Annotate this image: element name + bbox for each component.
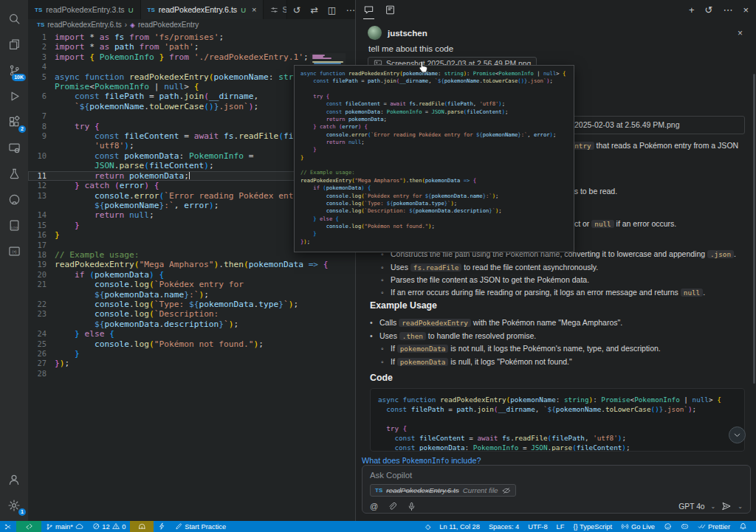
status-go-live[interactable]: Go Live: [616, 521, 659, 532]
status-text: Prettier: [708, 523, 730, 531]
chat-input-box[interactable]: Ask Copilot TS readPokedexEntry.6.ts Cur…: [362, 465, 751, 514]
status-prettier[interactable]: Prettier: [693, 521, 735, 532]
send-button[interactable]: [721, 501, 732, 511]
status-warn-badge[interactable]: [130, 521, 154, 532]
example-usage-heading: Example Usage: [370, 300, 749, 311]
explorer-icon[interactable]: [0, 32, 28, 58]
code-line[interactable]: 27});: [28, 359, 355, 368]
new-chat-button[interactable]: +: [689, 4, 695, 15]
inline-code: pokemonData: [397, 358, 449, 366]
code-line[interactable]: 2import * as path from 'path';: [28, 42, 355, 52]
status-indentation[interactable]: Spaces: 4: [484, 521, 523, 532]
copilot-icon: [681, 522, 689, 531]
open-changes-icon[interactable]: ⇄: [310, 4, 317, 15]
tab-readpokedexentry-6-ts[interactable]: TSreadPokedexEntry.6.tsU×: [141, 0, 264, 19]
code-line[interactable]: 24} else {: [28, 329, 355, 339]
symbol-method-icon: ◈: [130, 21, 135, 29]
code-line[interactable]: 19readPokedexEntry("Mega Ampharos").then…: [28, 260, 355, 269]
settings-icon[interactable]: 1: [0, 492, 28, 518]
source-control-icon[interactable]: 10K: [0, 58, 28, 83]
status-bolt[interactable]: [154, 521, 171, 532]
status-text: 12: [102, 523, 109, 531]
tab-readpokedexentry-3-ts[interactable]: TSreadPokedexEntry.3.tsU: [28, 0, 141, 19]
split-editor-icon[interactable]: ◫: [328, 4, 337, 15]
mention-button[interactable]: @: [370, 502, 378, 511]
testing-icon[interactable]: [0, 161, 28, 187]
line-number: 6: [28, 91, 55, 111]
pencil-icon: [175, 522, 183, 531]
inline-code: fs.readFile: [410, 263, 462, 272]
model-picker[interactable]: GPT 4o: [678, 502, 704, 511]
voice-input-button[interactable]: [407, 502, 416, 511]
line-number: 15: [28, 221, 55, 230]
status-text: Spaces: 4: [489, 523, 519, 531]
code-line[interactable]: 20if (pokemonData) {: [28, 270, 355, 280]
response-bullet-item: ◦Parses the file content as JSON to get …: [381, 274, 749, 286]
status-scissors[interactable]: [0, 521, 16, 532]
output-log-icon[interactable]: LOG: [0, 213, 28, 238]
breadcrumb-symbol[interactable]: readPokedexEntry: [138, 21, 199, 29]
bullet-marker: ◦: [381, 274, 385, 286]
settings-sliders-icon: [270, 6, 278, 14]
status-branch[interactable]: main*: [41, 521, 88, 532]
code-line[interactable]: 22console.log(`Type: ${pokemonData.type}…: [28, 300, 355, 309]
status-start-practice[interactable]: Start Practice: [171, 521, 230, 532]
chat-tab[interactable]: [363, 4, 374, 15]
line-number: 22: [28, 300, 55, 309]
tab-sett[interactable]: Sett: [264, 0, 286, 19]
status-sync-indicator[interactable]: ◇: [421, 521, 435, 532]
code-line[interactable]: 23console.log(`Description: ${pokemonDat…: [28, 309, 355, 329]
status-problems[interactable]: 120: [88, 521, 131, 532]
chat-history-button[interactable]: ↺: [705, 4, 713, 15]
breadcrumb-file[interactable]: readPokedexEntry.6.ts: [47, 21, 121, 29]
status-text: Start Practice: [185, 523, 226, 531]
line-number: 9: [28, 131, 55, 151]
edit-session-tab[interactable]: [385, 4, 396, 15]
code-line[interactable]: 25console.log("Pokémon not found.");: [28, 339, 355, 349]
code-line[interactable]: 21console.log(`Pokédex entry for ${pokem…: [28, 280, 355, 300]
history-icon[interactable]: ↺: [293, 4, 300, 15]
line-text: import * as path from 'path';: [55, 42, 333, 52]
run-debug-icon[interactable]: [0, 83, 28, 109]
inline-code: .json: [707, 250, 734, 258]
inline-code: .then: [399, 332, 426, 340]
status-eol[interactable]: LF: [552, 521, 569, 532]
more-actions-icon[interactable]: ⋯: [346, 4, 356, 15]
search-icon[interactable]: [0, 6, 28, 32]
inline-code: readPokedexEntry: [399, 319, 471, 327]
chat-input-placeholder: Ask Copilot: [370, 471, 743, 480]
response-code-block[interactable]: async function readPokedexEntry(pokemonN…: [370, 388, 745, 452]
code-line[interactable]: 1import * as fs from 'fs/promises';: [28, 32, 355, 42]
close-tab-icon[interactable]: ×: [252, 5, 256, 14]
scroll-to-bottom-button[interactable]: [729, 426, 746, 443]
status-remote[interactable]: [16, 521, 41, 532]
code-line[interactable]: 26}: [28, 349, 355, 359]
tab-label: readPokedexEntry.6.ts: [159, 5, 237, 14]
status-cursor-position[interactable]: Ln 11, Col 28: [435, 521, 484, 532]
snippets-icon[interactable]: (×): [0, 238, 28, 264]
git-untracked-badge: U: [128, 6, 134, 14]
line-number: 4: [28, 62, 55, 72]
extensions-icon[interactable]: 2: [0, 109, 28, 135]
remove-message-button[interactable]: ×: [738, 28, 743, 38]
breadcrumb[interactable]: TS readPokedexEntry.6.ts › ◈ readPokedex…: [28, 19, 355, 30]
eye-off-icon[interactable]: [502, 486, 511, 495]
code-line[interactable]: 28: [28, 369, 355, 379]
line-text: }: [55, 230, 333, 240]
github-icon[interactable]: [0, 187, 28, 213]
attach-file-button[interactable]: [388, 502, 397, 511]
close-panel-button[interactable]: ×: [743, 4, 749, 15]
status-encoding[interactable]: UTF-8: [523, 521, 551, 532]
status-feedback[interactable]: [659, 521, 676, 532]
status-language-mode[interactable]: {} TypeScript: [568, 521, 616, 532]
live-preview-icon[interactable]: [0, 135, 28, 161]
chat-more-button[interactable]: ⋯: [723, 4, 732, 15]
code-line[interactable]: 3import { PokemonInfo } from './readPoke…: [28, 52, 355, 62]
panel-scrollbar[interactable]: [753, 74, 755, 384]
arch-icon: [138, 522, 146, 531]
activity-bar-top: 10K2LOG(×): [0, 6, 28, 264]
status-notifications[interactable]: [735, 521, 752, 532]
context-chip[interactable]: TS readPokedexEntry.6.ts Current file: [370, 484, 516, 497]
status-copilot-status[interactable]: [676, 521, 693, 532]
account-icon[interactable]: [0, 466, 28, 492]
